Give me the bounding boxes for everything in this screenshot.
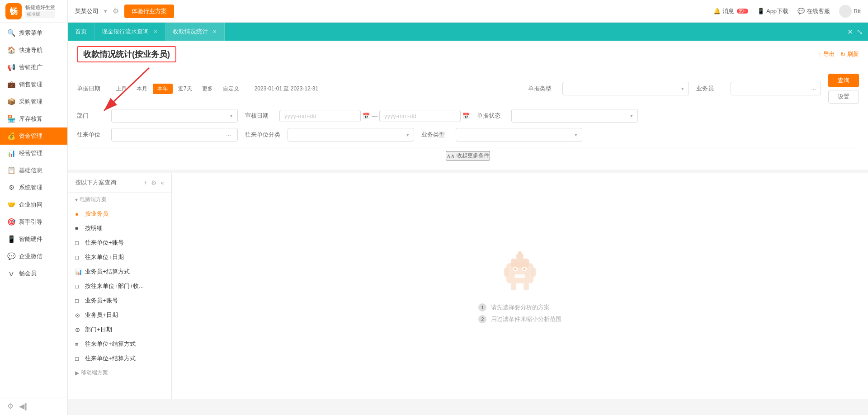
review-date-label: 审核日期 bbox=[245, 112, 272, 120]
receipt-tab-close-icon[interactable]: ✕ bbox=[212, 28, 217, 35]
topbar: 某某公司 ▾ ⚙ 体验行业方案 🔔 消息 99+ 📱 App下载 💬 在线客服 … bbox=[68, 0, 868, 23]
user-avatar[interactable]: Rit bbox=[839, 5, 861, 18]
sidebar-item-finance[interactable]: 💰 资金管理 bbox=[0, 127, 67, 145]
tree-item-partner-date[interactable]: □ 往来单位+日期 bbox=[68, 250, 171, 264]
sidebar-collapse-icon[interactable]: ◀‖ bbox=[19, 402, 28, 410]
dept-chevron: ▾ bbox=[230, 113, 233, 119]
sidebar-item-purchase[interactable]: 📦 采购管理 bbox=[0, 93, 67, 110]
tree-item-detail[interactable]: ≡ 按明细 bbox=[68, 221, 171, 236]
dept-label: 部门 bbox=[77, 112, 104, 120]
partner-select[interactable]: ··· bbox=[111, 128, 238, 141]
tree-expand-mobile[interactable]: ▶ bbox=[75, 370, 79, 376]
page-actions: ↑ 导出 ↻ 刷新 bbox=[819, 50, 859, 58]
service-icon: 💬 bbox=[797, 8, 805, 14]
tree-group-pc-label: 电脑端方案 bbox=[80, 196, 107, 203]
collapse-button[interactable]: ∧∧ 收起更多条件 bbox=[446, 151, 490, 160]
date-tab-more[interactable]: 更多 bbox=[198, 84, 217, 94]
svg-rect-8 bbox=[532, 268, 536, 277]
salesman-more-icon[interactable]: ··· bbox=[811, 85, 816, 92]
empty-step2: 2 用过滤条件来缩小分析范围 bbox=[478, 313, 561, 325]
filter-settings-button[interactable]: 设置 bbox=[828, 90, 859, 104]
sidebar-label-inventory: 库存核算 bbox=[19, 115, 42, 123]
guide-icon: 🎯 bbox=[7, 218, 15, 226]
sidebar-item-hardware[interactable]: 📱 智能硬件 bbox=[0, 231, 67, 248]
sidebar-item-search[interactable]: 🔍 搜索菜单 bbox=[0, 24, 67, 42]
message-icon: 🔔 bbox=[713, 8, 721, 14]
tabbar-expand-icon[interactable]: ⤡ bbox=[857, 28, 863, 36]
tree-item-partner-payment1[interactable]: ≡ 往来单位+结算方式 bbox=[68, 337, 171, 351]
sidebar-item-coop[interactable]: 🤝 企业协同 bbox=[0, 196, 67, 213]
sidebar-item-guide[interactable]: 🎯 新手引导 bbox=[0, 213, 67, 231]
wechat-icon: 💬 bbox=[7, 252, 15, 260]
company-dropdown-icon[interactable]: ▾ bbox=[104, 8, 107, 14]
tree-expand-pc[interactable]: ▾ bbox=[75, 197, 78, 203]
business-type-select[interactable]: ▾ bbox=[456, 128, 582, 141]
date-tab-lastmonth[interactable]: 上月 bbox=[111, 84, 131, 94]
business-type-label: 业务类型 bbox=[421, 131, 448, 139]
online-service-button[interactable]: 💬 在线客服 bbox=[797, 7, 830, 15]
tree-item-dept-date[interactable]: ⊙ 部门+日期 bbox=[68, 322, 171, 337]
query-button[interactable]: 查询 bbox=[828, 74, 859, 87]
tree-item-partner-dept[interactable]: □ 按往来单位+部门+收... bbox=[68, 279, 171, 293]
sidebar-item-sales[interactable]: 💼 销售管理 bbox=[0, 76, 67, 93]
tab-bank[interactable]: 现金银行流水查询 ✕ bbox=[94, 23, 165, 41]
topbar-right: 🔔 消息 99+ 📱 App下载 💬 在线客服 Rit bbox=[713, 5, 861, 18]
tree-item-label-partner-date: 往来单位+日期 bbox=[85, 253, 124, 261]
sidebar-item-inventory[interactable]: 🏪 库存核算 bbox=[0, 110, 67, 127]
panel-add-icon[interactable]: + bbox=[144, 179, 147, 186]
app-download-button[interactable]: 📱 App下载 bbox=[757, 7, 788, 15]
tree-item-by-salesman[interactable]: ● 按业务员 bbox=[68, 207, 171, 221]
tree-item-partner-account[interactable]: □ 往来单位+账号 bbox=[68, 236, 171, 250]
export-button[interactable]: ↑ 导出 bbox=[819, 50, 835, 58]
dept-select[interactable]: ▾ bbox=[111, 109, 238, 123]
tabbar-close-icon[interactable]: ✕ bbox=[847, 28, 853, 36]
tree-item-salesman-date[interactable]: ⊙ 业务员+日期 bbox=[68, 308, 171, 322]
date-tab-thismonth[interactable]: 本月 bbox=[132, 84, 152, 94]
sidebar-item-basic[interactable]: 📋 基础信息 bbox=[0, 162, 67, 179]
trial-button[interactable]: 体验行业方案 bbox=[124, 5, 174, 18]
sidebar-settings-icon[interactable]: ⚙ bbox=[7, 402, 14, 410]
salesman-payment-icon: 📊 bbox=[75, 269, 82, 275]
review-date-from[interactable]: yyyy-mm-dd bbox=[279, 110, 361, 122]
document-status-select[interactable]: ▾ bbox=[511, 109, 638, 123]
tree-item-partner-payment2[interactable]: □ 往来单位+结算方式 bbox=[68, 351, 171, 366]
date-tab-custom[interactable]: 自定义 bbox=[218, 84, 244, 94]
review-date-from-calendar[interactable]: 📅 bbox=[363, 113, 370, 119]
panel-collapse-icon[interactable]: « bbox=[160, 179, 164, 186]
sidebar-item-wechat[interactable]: 💬 企业微信 bbox=[0, 248, 67, 265]
date-tab-thisyear[interactable]: 本年 bbox=[153, 84, 173, 94]
topbar-gear-icon[interactable]: ⚙ bbox=[113, 7, 119, 15]
partner-more-icon[interactable]: ··· bbox=[226, 132, 231, 138]
partner-category-select[interactable]: ▾ bbox=[288, 128, 414, 141]
tab-home[interactable]: 首页 bbox=[68, 23, 94, 41]
panel-settings-icon[interactable]: ⚙ bbox=[151, 179, 157, 186]
tree-group-mobile-label: 移动端方案 bbox=[81, 369, 108, 377]
sidebar-item-quicknav[interactable]: 🏠 快捷导航 bbox=[0, 42, 67, 59]
svg-rect-10 bbox=[524, 283, 529, 290]
tree-item-label-partner-payment1: 往来单位+结算方式 bbox=[85, 340, 136, 348]
review-date-to-calendar[interactable]: 📅 bbox=[462, 113, 470, 119]
tree-item-salesman-account[interactable]: □ 业务员+账号 bbox=[68, 293, 171, 308]
bank-tab-close-icon[interactable]: ✕ bbox=[153, 28, 158, 35]
tabbar-right: ✕ ⤡ bbox=[847, 28, 868, 36]
message-button[interactable]: 🔔 消息 99+ bbox=[713, 7, 748, 15]
salesman-select[interactable]: ··· bbox=[731, 82, 821, 95]
sidebar-item-marketing[interactable]: 📢 营销推广 bbox=[0, 59, 67, 76]
tree-item-label-detail: 按明细 bbox=[85, 224, 103, 232]
salesman-account-icon: □ bbox=[75, 297, 82, 304]
date-tab-7days[interactable]: 近7天 bbox=[174, 84, 197, 94]
app-logo: 畅 畅捷通好生意 标准版 bbox=[0, 0, 67, 23]
sidebar-item-operations[interactable]: 📊 经营管理 bbox=[0, 145, 67, 162]
sidebar-item-system[interactable]: ⚙ 系统管理 bbox=[0, 179, 67, 196]
sales-icon: 💼 bbox=[7, 80, 15, 89]
refresh-button[interactable]: ↻ 刷新 bbox=[840, 50, 859, 58]
review-date-to[interactable]: yyyy-mm-dd bbox=[379, 110, 461, 122]
sidebar-item-member[interactable]: V 畅会员 bbox=[0, 265, 67, 282]
tree-item-salesman-payment[interactable]: 📊 业务员+结算方式 bbox=[68, 264, 171, 279]
date-tabs: 上月 本月 本年 近7天 更多 自定义 bbox=[111, 84, 244, 94]
left-panel: 按以下方案查询 + ⚙ « ▾ 电脑端方案 ● 按业务员 ≡ 按明细 bbox=[68, 173, 172, 399]
partner-account-icon: □ bbox=[75, 240, 82, 246]
service-label: 在线客服 bbox=[807, 7, 830, 15]
tab-receipt[interactable]: 收款情况统计 ✕ bbox=[165, 23, 225, 41]
document-type-select[interactable]: ▾ bbox=[562, 82, 689, 95]
